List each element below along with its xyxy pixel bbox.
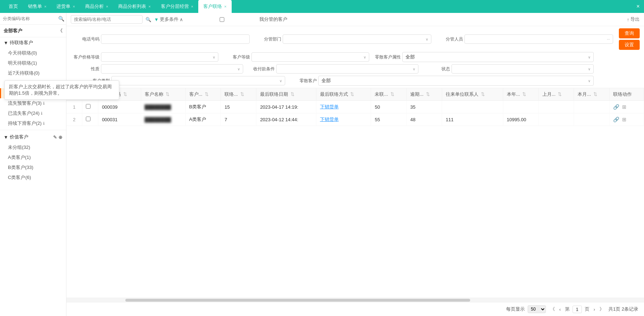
phone-select[interactable] bbox=[101, 34, 250, 44]
close-customer-mgmt-icon[interactable]: × bbox=[191, 4, 193, 9]
customer-level-field: 客户等级 ∨ bbox=[221, 52, 369, 62]
gender-select[interactable]: ∨ bbox=[101, 64, 243, 74]
table-header-uncontacted[interactable]: 未联... ⇅ bbox=[371, 88, 407, 101]
retail-customer-chevron-icon: ∨ bbox=[588, 79, 590, 83]
phone-label: 电话号码 bbox=[71, 36, 99, 42]
row-uncontacted-1: 50 bbox=[371, 101, 407, 113]
row-1-checkbox[interactable] bbox=[86, 104, 91, 109]
row-1-link-icon[interactable]: 🔗 bbox=[613, 104, 619, 110]
table-header-last-date[interactable]: 最后联络日期 ⇅ bbox=[256, 88, 316, 101]
table-header-name[interactable]: 客户名称 ⇅ bbox=[141, 88, 185, 101]
sidebar-collapse-icon[interactable]: 《 bbox=[58, 28, 62, 34]
manager-select[interactable]: ··· bbox=[464, 34, 613, 44]
page-nav: 《 ‹ 第 1 页 › 》 bbox=[549, 305, 606, 313]
sidebar-item-class-c[interactable]: C类客户(6) bbox=[0, 173, 66, 183]
more-conditions-button[interactable]: ▼ 更多条件 ∧ bbox=[154, 16, 183, 23]
sidebar-search-icon[interactable]: 🔍 bbox=[58, 16, 64, 22]
manager-dots-icon: ··· bbox=[607, 37, 610, 41]
settings-button[interactable]: 设置 bbox=[619, 40, 640, 50]
row-2-grid-icon[interactable]: ⊞ bbox=[622, 117, 626, 122]
current-page-input[interactable]: 1 bbox=[573, 306, 582, 313]
retail-customer-select[interactable]: 全部 ∨ bbox=[318, 76, 594, 86]
sidebar-item-churn-warning[interactable]: 流失预警客户(3) ℹ bbox=[0, 98, 66, 108]
per-page-select[interactable]: 50 100 200 bbox=[528, 305, 546, 313]
scroll-thumb[interactable] bbox=[125, 299, 470, 302]
filter-search-icon[interactable]: 🔍 bbox=[145, 17, 151, 22]
status-chevron-icon: ∨ bbox=[588, 67, 590, 71]
sidebar-item-class-b[interactable]: B类客户(33) bbox=[0, 162, 66, 173]
dept-select[interactable]: ∨ bbox=[283, 34, 431, 44]
table-header-contact-count[interactable]: 联络... ⇅ bbox=[221, 88, 256, 101]
gender-field: 性质 ∨ bbox=[71, 64, 243, 74]
first-page-button[interactable]: 《 bbox=[549, 305, 556, 313]
close-purchase-icon[interactable]: × bbox=[73, 4, 75, 9]
nav-item-customer-mgmt[interactable]: 客户分层经营 × bbox=[156, 0, 198, 13]
table-header-this-year[interactable]: 本年... ⇅ bbox=[503, 88, 538, 101]
customer-type-select[interactable]: ∨ bbox=[111, 76, 285, 85]
sidebar-item-churned[interactable]: 已流失客户(24) ℹ bbox=[0, 108, 66, 118]
close-customer-contact-icon[interactable]: × bbox=[224, 4, 226, 9]
row-last-month-2 bbox=[538, 113, 574, 126]
sidebar-item-class-a[interactable]: A类客户(1) bbox=[0, 152, 66, 162]
close-sales-icon[interactable]: × bbox=[44, 4, 46, 9]
row-1-grid-icon[interactable]: ⊞ bbox=[622, 104, 626, 110]
status-select[interactable]: ∨ bbox=[451, 64, 594, 74]
close-all-tabs-button[interactable]: × bbox=[636, 3, 640, 10]
value-customers-edit-icon[interactable]: ✎ bbox=[53, 135, 57, 140]
table-header-last-month[interactable]: 上月... ⇅ bbox=[538, 88, 574, 101]
next-page-button[interactable]: › bbox=[592, 306, 597, 313]
row-this-month-1 bbox=[574, 101, 610, 113]
nav-item-purchase[interactable]: 进货单 × bbox=[51, 0, 80, 13]
row-last-method-1[interactable]: 下销货单 bbox=[316, 101, 371, 113]
type-sort-icon: ⇅ bbox=[205, 91, 209, 97]
nav-item-product-analysis[interactable]: 商品分析 × bbox=[80, 0, 113, 13]
horizontal-scrollbar[interactable] bbox=[66, 298, 644, 302]
close-product-list-icon[interactable]: × bbox=[148, 4, 150, 9]
prev-page-button[interactable]: ‹ bbox=[558, 306, 562, 313]
export-button[interactable]: ↑ 导出 bbox=[627, 16, 640, 23]
sidebar-section-pending[interactable]: ▼ 待联络客户 bbox=[0, 37, 66, 48]
sidebar-item-today[interactable]: 今天待联络(0) bbox=[0, 48, 66, 58]
query-button[interactable]: 查询 bbox=[619, 28, 640, 38]
payment-select[interactable]: ∨ bbox=[276, 64, 418, 74]
close-product-analysis-icon[interactable]: × bbox=[106, 4, 108, 9]
nav-item-customer-contact[interactable]: 客户联络 × bbox=[198, 0, 231, 13]
table-header-overdue[interactable]: 逾期... ⇅ bbox=[407, 88, 442, 101]
nav-item-product-list[interactable]: 商品分析列表 × bbox=[113, 0, 156, 13]
price-level-select[interactable]: ∨ bbox=[101, 52, 218, 62]
row-2-checkbox[interactable] bbox=[86, 117, 91, 121]
last-page-button[interactable]: 》 bbox=[598, 305, 606, 313]
row-2-link-icon[interactable]: 🔗 bbox=[613, 117, 619, 122]
sidebar-value-customers-header[interactable]: ▼ 价值客户 ✎ ⊕ bbox=[0, 132, 66, 142]
row-name-1[interactable]: ████████ bbox=[141, 101, 185, 113]
sidebar-divider bbox=[0, 130, 66, 130]
nav-item-home[interactable]: 首页 bbox=[4, 0, 23, 13]
table-header-last-method[interactable]: 最后联络方式 ⇅ bbox=[316, 88, 371, 101]
sidebar-item-7days[interactable]: 近7天待联络(0) bbox=[0, 68, 66, 78]
table-container: ⚙ 客户编码 ⇅ 客户名称 ⇅ bbox=[66, 88, 644, 298]
row-checkbox-2[interactable] bbox=[82, 113, 98, 126]
sidebar-item-declining[interactable]: 持续下滑客户(2) ℹ bbox=[0, 118, 66, 128]
row-contact-person-1 bbox=[442, 101, 503, 113]
phone-field: 电话号码 bbox=[71, 34, 250, 44]
value-customers-arrow-icon: ▼ bbox=[4, 135, 8, 140]
table-header-this-month[interactable]: 本月... ⇅ bbox=[574, 88, 610, 101]
retail-customer-field: 零散客户 全部 ∨ bbox=[288, 76, 594, 86]
sidebar-item-ungrouped[interactable]: 未分组(32) bbox=[0, 142, 66, 152]
sidebar-item-tomorrow[interactable]: 明天待联络(1) bbox=[0, 58, 66, 68]
row-last-method-2[interactable]: 下销货单 bbox=[316, 113, 371, 126]
customer-level-select[interactable]: ∨ bbox=[251, 52, 369, 62]
row-type-2: A类客户 bbox=[185, 113, 221, 126]
retail-attr-select[interactable]: 全部 ∨ bbox=[402, 52, 594, 62]
nav-item-sales[interactable]: 销售单 × bbox=[23, 0, 51, 13]
row-name-2[interactable]: ████████ bbox=[141, 113, 185, 126]
sidebar-search-input[interactable] bbox=[3, 16, 57, 21]
search-input[interactable] bbox=[71, 15, 143, 24]
row-checkbox-1[interactable] bbox=[82, 101, 98, 113]
contact-person-sort-icon: ⇅ bbox=[481, 91, 485, 97]
my-customers-checkbox[interactable] bbox=[186, 17, 258, 22]
table-header-type[interactable]: 客户... ⇅ bbox=[185, 88, 221, 101]
value-customers-add-icon[interactable]: ⊕ bbox=[59, 135, 62, 140]
table-header-contact-person[interactable]: 往来单位联系人 ⇅ bbox=[442, 88, 503, 101]
churned-info-icon: ℹ bbox=[41, 111, 42, 116]
